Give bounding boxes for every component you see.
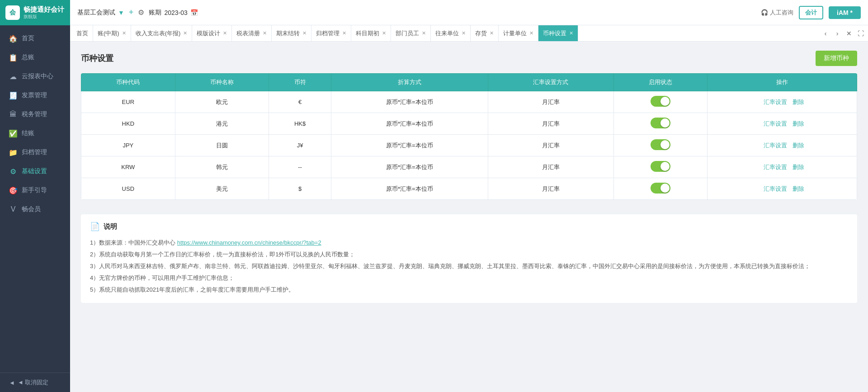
sidebar-logo: 会 畅捷通好会计 旗舰版 [0, 0, 70, 25]
tab-unit[interactable]: 计量单位 ✕ [499, 25, 538, 42]
toggle-enabled[interactable] [651, 161, 670, 172]
rate-setting-link[interactable]: 汇率设置 [764, 120, 787, 127]
table-row: HKD 港元 HK$ 原币*汇率=本位币 月汇率 汇率设置 删除 [81, 113, 857, 135]
col-symbol: 币符 [269, 74, 331, 91]
tab-counterpart-close[interactable]: ✕ [462, 30, 466, 36]
rate-setting-link[interactable]: 汇率设置 [764, 164, 787, 170]
tab-subject[interactable]: 科目期初 ✕ [351, 25, 391, 42]
cell-actions: 汇率设置 删除 [708, 91, 857, 113]
iam-badge[interactable]: iAM * [829, 6, 861, 19]
tab-template-close[interactable]: ✕ [223, 30, 227, 36]
tab-inventory-close[interactable]: ✕ [490, 30, 494, 36]
rate-setting-link[interactable]: 汇率设置 [764, 99, 787, 105]
cell-status [613, 91, 708, 113]
add-company-icon[interactable]: + [129, 8, 134, 17]
period-value: 2023-03 [164, 9, 187, 16]
delete-link[interactable]: 删除 [793, 185, 804, 192]
settings-icon: ⚙ [9, 167, 17, 175]
tab-account-close[interactable]: ✕ [122, 30, 126, 36]
sidebar-item-member[interactable]: V 畅会员 [0, 200, 70, 219]
notes-icon: 📄 [90, 222, 100, 231]
tab-tax[interactable]: 税表清册 ✕ [232, 25, 272, 42]
cell-code: USD [81, 178, 175, 200]
sidebar-label-ledger: 总账 [22, 53, 34, 61]
tab-account[interactable]: 账(中期) ✕ [93, 25, 131, 42]
toggle-enabled[interactable] [651, 183, 670, 194]
toggle-enabled[interactable] [651, 96, 670, 107]
company-selector[interactable]: 基层工会测试 ▼ [77, 9, 124, 17]
delete-link[interactable]: 删除 [793, 142, 804, 149]
help-button[interactable]: 🎧 人工咨询 [761, 9, 793, 17]
notes-link[interactable]: https://www.chinamoney.com.cn/chinese/bk… [177, 239, 321, 246]
cell-code: KRW [81, 156, 175, 178]
tab-period-end-close[interactable]: ✕ [302, 30, 307, 36]
cell-actions: 汇率设置 删除 [708, 178, 857, 200]
ledger-icon: 📋 [9, 53, 17, 61]
delete-link[interactable]: 删除 [793, 120, 804, 127]
cell-name: 日圆 [175, 135, 269, 156]
new-currency-button[interactable]: 新增币种 [816, 51, 857, 66]
toggle-knob [660, 184, 670, 193]
tab-archive-close[interactable]: ✕ [342, 30, 346, 36]
rate-setting-link[interactable]: 汇率设置 [764, 185, 787, 192]
toggle-enabled[interactable] [651, 118, 670, 128]
tab-dept-close[interactable]: ✕ [422, 30, 426, 36]
tab-currency-close[interactable]: ✕ [569, 30, 573, 36]
tab-period-end[interactable]: 期末结转 ✕ [272, 25, 311, 42]
cell-actions: 汇率设置 删除 [708, 156, 857, 178]
tab-unit-close[interactable]: ✕ [529, 30, 533, 36]
tab-archive[interactable]: 归档管理 ✕ [311, 25, 351, 42]
tab-close-all-button[interactable]: ✕ [844, 28, 854, 39]
company-name: 基层工会测试 [77, 9, 115, 17]
company-dropdown-icon[interactable]: ▼ [118, 9, 124, 16]
table-header-row: 币种代码 币种名称 币符 折算方式 汇率设置方式 启用状态 操作 [81, 74, 857, 91]
topbar: 基层工会测试 ▼ + ⚙ 账期 2023-03 📅 🎧 人工咨询 会计 iAM … [70, 0, 868, 25]
sidebar-label-guide: 新手引导 [22, 186, 47, 194]
sidebar-pin-toggle[interactable]: ◄ ◄ 取消固定 [0, 373, 70, 392]
cell-rate-type: 月汇率 [488, 135, 613, 156]
toggle-enabled[interactable] [651, 139, 670, 150]
tax-icon: 🏛 [9, 110, 17, 118]
tab-income[interactable]: 收入支出表(年报) ✕ [131, 25, 193, 42]
col-status: 启用状态 [613, 74, 708, 91]
tab-dept[interactable]: 部门员工 ✕ [391, 25, 431, 42]
sidebar-item-archive[interactable]: 📁 归档管理 [0, 143, 70, 162]
delete-link[interactable]: 删除 [793, 164, 804, 170]
page-title-text: 币种设置 [81, 53, 113, 64]
sidebar-item-tax[interactable]: 🏛 税务管理 [0, 105, 70, 124]
toggle-knob [660, 140, 670, 149]
sidebar-item-close[interactable]: ✅ 结账 [0, 124, 70, 143]
sidebar-item-home[interactable]: 🏠 首页 [0, 29, 70, 48]
tab-next-button[interactable]: › [832, 28, 843, 39]
notes-item-1: 1）数据来源：中国外汇交易中心 https://www.chinamoney.c… [90, 237, 848, 249]
sidebar-item-cloud[interactable]: ☁ 云报表中心 [0, 67, 70, 86]
tab-inventory[interactable]: 存货 ✕ [471, 25, 499, 42]
tab-currency[interactable]: 币种设置 ✕ [538, 25, 578, 42]
home-icon: 🏠 [9, 34, 17, 43]
sidebar-item-invoice[interactable]: 🧾 发票管理 [0, 86, 70, 105]
delete-link[interactable]: 删除 [793, 99, 804, 105]
tab-tax-close[interactable]: ✕ [263, 30, 267, 36]
calendar-icon[interactable]: 📅 [190, 9, 198, 16]
tab-prev-button[interactable]: ‹ [820, 28, 831, 39]
col-action: 操作 [708, 74, 857, 91]
table-row: JPY 日圆 J¥ 原币*汇率=本位币 月汇率 汇率设置 删除 [81, 135, 857, 156]
tab-expand-button[interactable]: ⛶ [855, 28, 866, 39]
tab-home[interactable]: 首页 [72, 25, 93, 42]
cell-rate-type: 月汇率 [488, 156, 613, 178]
tab-template[interactable]: 模版设计 ✕ [192, 25, 232, 42]
sidebar-item-ledger[interactable]: 📋 总账 [0, 48, 70, 67]
settings-gear-icon[interactable]: ⚙ [138, 8, 144, 17]
invoice-icon: 🧾 [9, 91, 17, 99]
sidebar-item-guide[interactable]: 🎯 新手引导 [0, 181, 70, 200]
tab-income-close[interactable]: ✕ [183, 30, 187, 36]
rate-setting-link[interactable]: 汇率设置 [764, 142, 787, 149]
tab-counterpart[interactable]: 往来单位 ✕ [431, 25, 471, 42]
tab-subject-close[interactable]: ✕ [382, 30, 386, 36]
logo-icon: 会 [5, 5, 20, 20]
app-sub: 旗舰版 [24, 14, 64, 20]
sidebar-item-settings[interactable]: ⚙ 基础设置 [0, 162, 70, 181]
sidebar-label-cloud: 云报表中心 [22, 72, 53, 80]
kuaiji-button[interactable]: 会计 [799, 6, 823, 19]
cell-symbol: HK$ [269, 113, 331, 135]
